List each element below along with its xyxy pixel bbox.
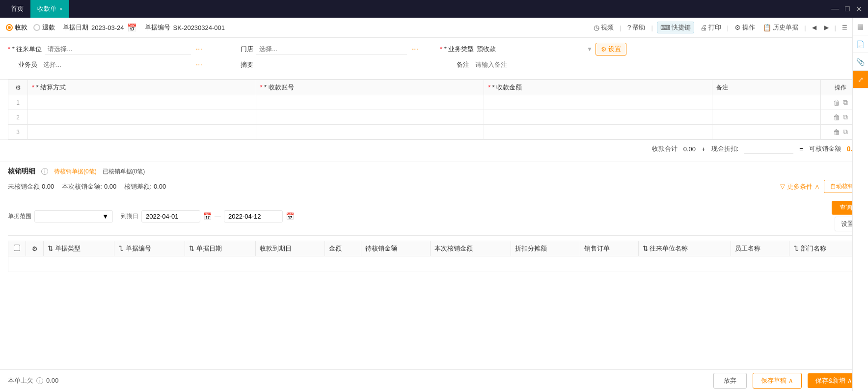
operations-btn[interactable]: ⚙ 操作 (732, 22, 757, 33)
lower-col-gear-header[interactable]: ⚙ (26, 241, 44, 256)
sidebar-table-icon[interactable]: ▦ (853, 18, 868, 35)
close-icon[interactable]: ✕ (854, 3, 864, 15)
help-btn[interactable]: ? 帮助 (625, 22, 648, 33)
row-2-delete-icon[interactable]: 🗑 (833, 113, 840, 121)
business-type-select[interactable]: 预收款 ▼ (477, 45, 593, 54)
range-arrow-icon: ▼ (102, 213, 108, 220)
next-btn[interactable]: ▶ (822, 23, 831, 32)
toolbar-actions: ◷ 视频 | ? 帮助 | ⌨ 快捷键 🖨 打印 | ⚙ 操作 (592, 22, 862, 33)
col-amount-header: * * 收款金额 (484, 80, 712, 95)
row-3-account[interactable] (256, 125, 484, 140)
history-btn[interactable]: 📋 历史单据 (761, 22, 800, 33)
stat-uncanceled-value: 0.00 (42, 183, 54, 190)
bottom-info-icon[interactable]: i (36, 377, 43, 384)
abandon-btn[interactable]: 放弃 (713, 373, 747, 389)
bottom-info: 本单上欠 i 0.00 (8, 376, 58, 385)
row-3-amount[interactable] (484, 125, 712, 140)
calendar-icon[interactable]: 📅 (127, 23, 137, 32)
close-tab-icon[interactable]: × (59, 6, 62, 12)
bottom-local-value: 0.00 (46, 377, 58, 384)
radio-receipt-dot (6, 24, 13, 31)
row-1-copy-icon[interactable]: ⧉ (843, 98, 848, 107)
lower-sort-icon-cp: ⇅ (643, 245, 650, 252)
discount-input[interactable] (744, 144, 793, 154)
row-3-remark[interactable] (712, 125, 820, 140)
save-new-arrow: ∧ (847, 377, 852, 384)
row-3-num: 3 (8, 125, 28, 140)
radio-receipt[interactable]: 收款 (6, 23, 27, 32)
lower-gear-icon[interactable]: ⚙ (32, 245, 38, 252)
shortcut-btn[interactable]: ⌨ 快捷键 (657, 22, 694, 33)
row-2-remark[interactable] (712, 110, 820, 125)
table-gear-icon[interactable]: ⚙ (15, 84, 21, 91)
verify-tab-done[interactable]: 已核销单据(0笔) (103, 168, 145, 176)
row-3-settlement[interactable] (28, 125, 256, 140)
sidebar-attachment-icon[interactable]: 📎 (853, 53, 868, 71)
window-controls: — □ ✕ (829, 3, 864, 15)
save-draft-btn[interactable]: 保存草稿 ∧ (753, 373, 802, 389)
stat-diff-label: 核销差额: (124, 182, 152, 191)
main-content: 收款 退款 单据日期 2023-03-24 📅 单据编号 SK-20230324… (0, 18, 868, 391)
to-date-input[interactable] (224, 210, 283, 223)
nav-tab-receipt[interactable]: 收款单 × (30, 0, 69, 18)
receipt-type-radio: 收款 退款 (6, 23, 55, 32)
minimize-icon[interactable]: — (829, 3, 841, 14)
to-date-cal-icon[interactable]: 📅 (286, 212, 294, 220)
counterparty-more-btn[interactable]: ··· (194, 45, 204, 54)
operations-label: 操作 (742, 23, 755, 32)
prev-btn[interactable]: ◀ (810, 23, 818, 32)
row-1-delete-icon[interactable]: 🗑 (833, 99, 840, 107)
date-label: 单据日期 (63, 23, 88, 32)
list-view-btn[interactable]: ☰ (840, 23, 849, 32)
nav-home[interactable]: 首页 (4, 0, 30, 18)
row-1-settlement[interactable] (28, 95, 256, 110)
row-1-remark[interactable] (712, 95, 820, 110)
lower-col-duedate-header: 收款到期日 (255, 241, 325, 256)
form-section: * * 往来单位 ··· 门店 ··· * * 业务类型 预收款 (0, 38, 868, 80)
summary-field: 摘要 (224, 59, 420, 70)
settings-btn[interactable]: ⚙ 设置 (596, 43, 626, 56)
store-field: 门店 ··· (224, 44, 420, 55)
summary-input[interactable] (256, 59, 420, 70)
more-conditions-btn[interactable]: ▽ 更多条件 ∧ (780, 182, 820, 191)
row-1-account[interactable] (256, 95, 484, 110)
salesman-input[interactable] (40, 59, 191, 70)
sidebar-expand-icon[interactable]: ⤢ (853, 71, 868, 88)
sidebar-doc-icon[interactable]: 📄 (853, 35, 868, 53)
top-nav: 首页 收款单 × — □ ✕ (0, 0, 868, 18)
row-2-account[interactable] (256, 110, 484, 125)
store-more-btn[interactable]: ··· (410, 45, 420, 54)
stat-diff-value: 0.00 (154, 183, 166, 190)
save-draft-label: 保存草稿 (761, 376, 787, 385)
row-1-actions: 🗑 ⧉ (825, 98, 856, 107)
row-2-amount[interactable] (484, 110, 712, 125)
table-row: 2 🗑 ⧉ (8, 110, 860, 125)
range-select[interactable]: ▼ (34, 210, 113, 223)
counterparty-input[interactable] (45, 44, 190, 55)
print-btn[interactable]: 🖨 打印 (698, 22, 723, 33)
row-2-actions: 🗑 ⧉ (825, 113, 856, 121)
counterparty-label: * * 往来单位 (8, 45, 42, 54)
salesman-more-btn[interactable]: ··· (194, 60, 204, 69)
verify-tab-pending[interactable]: 待核销单据(0笔) (54, 168, 97, 176)
from-date-cal-icon[interactable]: 📅 (203, 212, 212, 220)
remark-input[interactable] (472, 59, 626, 70)
row-3-copy-icon[interactable]: ⧉ (843, 128, 848, 136)
verify-title: 核销明细 (8, 167, 35, 176)
row-2-copy-icon[interactable]: ⧉ (843, 113, 848, 121)
select-all-checkbox[interactable] (14, 245, 20, 251)
video-btn[interactable]: ◷ 视频 (592, 22, 616, 33)
row-3-delete-icon[interactable]: 🗑 (833, 128, 840, 136)
lower-col-discount-header: 折扣分摊额 (511, 241, 580, 256)
filter-label: 更多条件 ∧ (787, 182, 820, 191)
from-date-input[interactable] (141, 210, 200, 223)
verify-info-icon[interactable]: i (41, 168, 48, 175)
row-2-settlement[interactable] (28, 110, 256, 125)
row-1-amount[interactable] (484, 95, 712, 110)
video-icon: ◷ (594, 24, 599, 31)
radio-refund[interactable]: 退款 (33, 23, 55, 32)
history-label: 历史单据 (773, 23, 798, 32)
row-3-actions: 🗑 ⧉ (825, 128, 856, 136)
maximize-icon[interactable]: □ (843, 3, 852, 14)
store-input[interactable] (256, 44, 407, 55)
